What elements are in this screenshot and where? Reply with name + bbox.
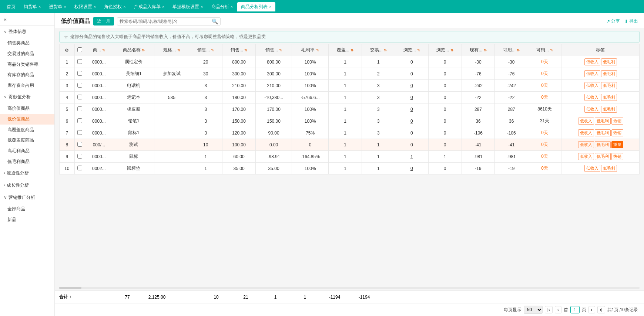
browse1-link[interactable]: 0 xyxy=(410,107,413,112)
prev-page-btn[interactable]: ‹ xyxy=(555,306,561,313)
sidebar-item-low-value[interactable]: 低价值商品 xyxy=(0,114,54,125)
sidebar-item-high-coverage[interactable]: 高覆盖度商品 xyxy=(0,125,54,135)
sort-spec-icon[interactable]: ⇅ xyxy=(177,48,180,52)
sort-code-icon[interactable]: ⇅ xyxy=(102,48,105,52)
per-page-select[interactable]: 50 100 xyxy=(524,306,543,314)
nav-analysis-list[interactable]: 商品分析列表 × xyxy=(237,2,275,11)
last-page-btn[interactable]: ›| xyxy=(597,306,605,313)
nav-role[interactable]: 角色授权 × xyxy=(100,2,129,11)
search-input[interactable] xyxy=(120,19,212,24)
nav-home[interactable]: 首页 xyxy=(3,2,19,11)
row-checkbox-cell[interactable] xyxy=(74,56,85,68)
nav-purchase-close[interactable]: × xyxy=(64,4,66,9)
nav-analysis-list-close[interactable]: × xyxy=(269,4,271,9)
sort-s2-icon[interactable]: ⇅ xyxy=(244,48,247,52)
nav-role-close[interactable]: × xyxy=(123,4,125,9)
row-checkbox-cell[interactable] xyxy=(74,115,85,127)
sidebar-item-high-margin[interactable]: 高毛利商品 xyxy=(0,146,54,156)
filter-button[interactable]: 近一月 xyxy=(93,17,114,26)
nav-analysis[interactable]: 商品分析 × xyxy=(208,2,237,11)
horizontal-scrollbar[interactable] xyxy=(59,287,640,289)
col-checkbox[interactable] xyxy=(74,44,85,56)
sidebar-section-contribution[interactable]: ∨ 贡献值分析 xyxy=(0,91,54,103)
row-checkbox[interactable] xyxy=(77,106,82,111)
browse1-link[interactable]: 0 xyxy=(410,83,413,88)
row-checkbox-cell[interactable] xyxy=(74,68,85,80)
sort-s1-icon[interactable]: ⇅ xyxy=(211,48,214,52)
browse1-link[interactable]: 0 xyxy=(410,142,413,147)
row-checkbox[interactable] xyxy=(77,142,82,147)
row-checkbox-cell[interactable] xyxy=(74,103,85,115)
browse1-link[interactable]: 0 xyxy=(410,166,413,171)
browse1-link[interactable]: 0 xyxy=(410,119,413,124)
sort-b1-icon[interactable]: ⇅ xyxy=(417,48,420,52)
row-checkbox[interactable] xyxy=(77,71,82,76)
nav-permission-close[interactable]: × xyxy=(94,4,96,9)
row-checkbox-cell[interactable] xyxy=(74,151,85,163)
row-sales2: 300.00 xyxy=(222,68,256,80)
sidebar-item-all-products[interactable]: 全部商品 xyxy=(0,204,54,214)
col-settings[interactable]: ⚙ xyxy=(60,44,75,56)
tag-badge: 低毛利 xyxy=(601,82,617,89)
nav-template[interactable]: 单据模板设置 × xyxy=(169,2,207,11)
row-checkbox[interactable] xyxy=(77,166,82,170)
row-browse1: 0 xyxy=(395,68,428,80)
row-browse1: 0 xyxy=(395,163,428,174)
nav-purchase[interactable]: 进货单 × xyxy=(45,2,70,11)
sidebar-section-circulation[interactable]: › 流通性分析 xyxy=(0,167,54,179)
scrollbar-thumb[interactable] xyxy=(59,287,81,289)
sort-curr-icon[interactable]: ⇅ xyxy=(484,48,487,52)
row-checkbox-cell[interactable] xyxy=(74,139,85,151)
sidebar-item-low-margin[interactable]: 低毛利商品 xyxy=(0,156,54,167)
sort-avail-icon[interactable]: ⇅ xyxy=(517,48,520,52)
sort-margin-icon[interactable]: ⇅ xyxy=(316,48,319,52)
sort-trade-icon[interactable]: ⇅ xyxy=(384,48,387,52)
row-cover: 1 xyxy=(329,80,362,92)
nav-sales[interactable]: 销货单 × xyxy=(20,2,44,11)
row-checkbox[interactable] xyxy=(77,59,82,64)
nav-permission[interactable]: 权限设置 × xyxy=(71,2,100,11)
sort-sell-icon[interactable]: ⇅ xyxy=(550,48,553,52)
browse1-link[interactable]: 0 xyxy=(410,95,413,100)
browse1-link[interactable]: 0 xyxy=(410,60,413,65)
row-checkbox-cell[interactable] xyxy=(74,80,85,92)
sidebar-collapse-btn[interactable]: « xyxy=(3,16,7,23)
sort-name-icon[interactable]: ⇅ xyxy=(142,48,145,52)
row-checkbox[interactable] xyxy=(77,95,82,99)
row-checkbox[interactable] xyxy=(77,118,82,123)
sidebar-item-traded-products[interactable]: 交易过的商品 xyxy=(0,48,54,59)
first-page-btn[interactable]: |‹ xyxy=(545,306,553,313)
sidebar-item-new-products[interactable]: 新品 xyxy=(0,214,54,225)
nav-sales-close[interactable]: × xyxy=(38,4,41,9)
nav-product[interactable]: 产成品入库单 × xyxy=(130,2,168,11)
sidebar-item-sales-products[interactable]: 销售类商品 xyxy=(0,38,54,48)
sort-s3-icon[interactable]: ⇅ xyxy=(279,48,282,52)
browse1-link[interactable]: 1 xyxy=(410,154,413,159)
sidebar-item-low-coverage[interactable]: 低覆盖度商品 xyxy=(0,135,54,146)
nav-analysis-close[interactable]: × xyxy=(231,4,233,9)
nav-template-close[interactable]: × xyxy=(201,4,203,9)
nav-product-close[interactable]: × xyxy=(162,4,164,9)
browse1-link[interactable]: 0 xyxy=(410,130,413,136)
row-code: 0000... xyxy=(85,115,113,127)
sidebar-item-category-sales[interactable]: 商品分类销售率 xyxy=(0,59,54,70)
export-link[interactable]: ⬇ 导出 xyxy=(624,18,638,24)
next-page-btn[interactable]: › xyxy=(588,306,595,313)
row-checkbox[interactable] xyxy=(77,83,82,88)
share-link[interactable]: ↗ 分享 xyxy=(606,18,620,24)
row-checkbox-cell[interactable] xyxy=(74,127,85,139)
sidebar-section-overall[interactable]: ∨ 整体信息 xyxy=(0,26,54,38)
sidebar-section-marketing[interactable]: ∨ 营销推广分析 xyxy=(0,191,54,204)
browse1-link[interactable]: 0 xyxy=(410,71,413,77)
select-all-checkbox[interactable] xyxy=(77,47,82,52)
sidebar-item-stock-products[interactable]: 有库存的商品 xyxy=(0,69,54,80)
row-checkbox-cell[interactable] xyxy=(74,163,85,174)
row-checkbox[interactable] xyxy=(77,130,82,135)
sort-b2-icon[interactable]: ⇅ xyxy=(450,48,453,52)
sidebar-section-growth[interactable]: › 成长性分析 xyxy=(0,179,54,191)
sidebar-item-high-value[interactable]: 高价值商品 xyxy=(0,103,54,114)
row-checkbox[interactable] xyxy=(77,154,82,159)
row-checkbox-cell[interactable] xyxy=(74,92,85,103)
sort-cover-icon[interactable]: ⇅ xyxy=(350,48,353,52)
sidebar-item-stock-funds[interactable]: 库存资金占用 xyxy=(0,80,54,91)
